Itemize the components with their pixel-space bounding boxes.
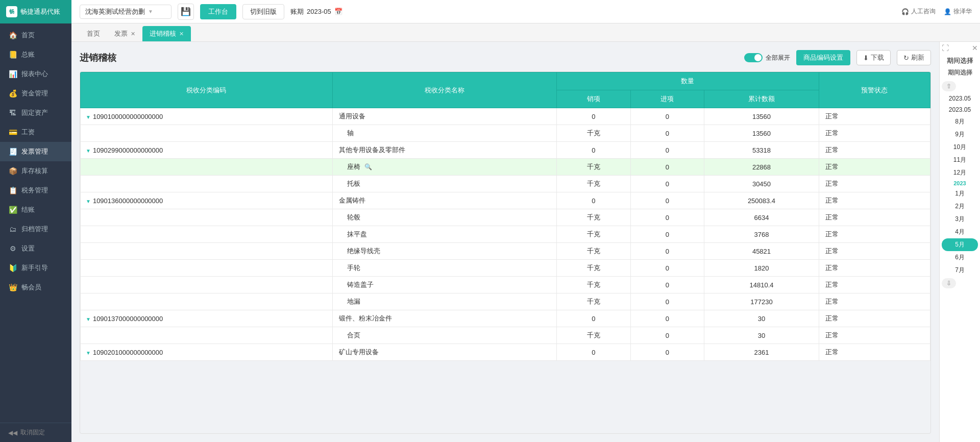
sidebar-item-tax[interactable]: 📋 税务管理 — [0, 181, 71, 200]
table-row[interactable]: ▼1090137000000000000 锻件、粉末冶金件 0 0 30 正常 — [81, 310, 930, 327]
panel-expand-button[interactable]: ⛶ — [942, 44, 949, 52]
table-row[interactable]: 绝缘导线壳 千克 0 45821 正常 — [81, 243, 930, 260]
table-row[interactable]: ▼1090299000000000000 其他专用设备及零部件 0 0 5331… — [81, 142, 930, 159]
cell-code: ▼1090136000000000000 — [81, 192, 333, 209]
cell-sale: 0 — [630, 260, 704, 277]
sidebar-item-settlement[interactable]: ✅ 结账 — [0, 200, 71, 219]
cell-status: 正常 — [819, 327, 930, 344]
cell-sale: 0 — [630, 176, 704, 192]
period-month-item[interactable]: 3月 — [942, 213, 978, 226]
table-row[interactable]: ▼1090201000000000000 矿山专用设备 0 0 2361 正常 — [81, 344, 930, 361]
period-scroll-up-button[interactable]: ⇧ — [942, 81, 956, 91]
cell-total: 3768 — [704, 226, 819, 243]
sidebar-item-archive[interactable]: 🗂 归档管理 — [0, 219, 71, 239]
tab-invoice[interactable]: 发票 ✕ — [107, 26, 142, 41]
cell-status: 正常 — [819, 310, 930, 327]
workspace-button[interactable]: 工作台 — [200, 4, 236, 19]
tab-home[interactable]: 首页 — [80, 26, 107, 41]
table-row[interactable]: 合页 千克 0 30 正常 — [81, 327, 930, 344]
cell-unit: 千克 — [557, 209, 631, 226]
sidebar-item-assets[interactable]: 🏗 固定资产 — [0, 103, 71, 122]
sidebar-item-label: 归档管理 — [21, 225, 48, 234]
save-button[interactable]: 💾 — [178, 4, 194, 20]
download-button[interactable]: ⬇ 下载 — [856, 50, 891, 65]
assets-icon: 🏗 — [8, 109, 17, 117]
sidebar-item-inventory[interactable]: 📦 库存核算 — [0, 161, 71, 181]
sidebar-item-home[interactable]: 🏠 首页 — [0, 26, 71, 45]
cell-code — [81, 277, 333, 293]
period-month-item[interactable]: 9月 — [942, 128, 978, 141]
sidebar-item-salary[interactable]: 💳 工资 — [0, 122, 71, 142]
cell-total: 45821 — [704, 243, 819, 260]
close-tab-invoice[interactable]: ✕ — [131, 31, 135, 37]
cell-unit: 千克 — [557, 159, 631, 176]
tab-invoice-label: 发票 — [114, 29, 128, 38]
col-header-status: 预警状态 — [819, 72, 930, 108]
period-month-item[interactable]: 2023.05 — [942, 93, 978, 104]
cell-unit: 千克 — [557, 260, 631, 277]
period-month-item[interactable]: 11月 — [942, 154, 978, 166]
sidebar-item-invoice[interactable]: 🧾 发票管理 — [0, 142, 71, 161]
table-row[interactable]: 轴 千克 0 13560 正常 — [81, 125, 930, 142]
cell-status: 正常 — [819, 260, 930, 277]
sidebar-item-label: 税务管理 — [21, 186, 48, 195]
switch-version-button[interactable]: 切到旧版 — [242, 4, 284, 19]
table-row[interactable]: 铸造盖子 千克 0 14810.4 正常 — [81, 277, 930, 293]
period-month-item[interactable]: 8月 — [942, 115, 978, 128]
customer-service-button[interactable]: 🎧 人工咨询 — [901, 7, 936, 16]
period-month-item[interactable]: 6月 — [942, 251, 978, 264]
company-selector[interactable]: 沈海英测试经营勿删 ▼ — [80, 5, 172, 19]
table-row[interactable]: 托板 千克 0 30450 正常 — [81, 176, 930, 192]
cell-status: 正常 — [819, 142, 930, 159]
period-month-item[interactable]: 2月 — [942, 200, 978, 213]
sidebar-item-label: 报表中心 — [21, 69, 48, 79]
table-row[interactable]: ▼1090100000000000000 通用设备 0 0 13560 正常 — [81, 108, 930, 125]
table-row[interactable]: 轮毂 千克 0 6634 正常 — [81, 209, 930, 226]
headset-icon: 🎧 — [901, 8, 909, 15]
table-row[interactable]: 座椅🔍 千克 0 22868 正常 — [81, 159, 930, 176]
close-tab-reconcile[interactable]: ✕ — [179, 31, 184, 37]
tab-reconcile[interactable]: 进销稽核 ✕ — [142, 26, 191, 41]
sidebar-item-ledger[interactable]: 📒 总账 — [0, 45, 71, 64]
calendar-icon[interactable]: 📅 — [334, 8, 342, 15]
cell-sale: 0 — [630, 327, 704, 344]
table-row[interactable]: ▼1090136000000000000 金属铸件 0 0 250083.4 正… — [81, 192, 930, 209]
sidebar-item-member[interactable]: 👑 畅会员 — [0, 278, 71, 297]
sidebar-item-reports[interactable]: 📊 报表中心 — [0, 64, 71, 84]
period-month-item[interactable]: 10月 — [942, 141, 978, 154]
user-icon: 👤 — [944, 8, 951, 15]
period-month-item[interactable]: 12月 — [942, 166, 978, 179]
cell-total: 250083.4 — [704, 192, 819, 209]
sidebar-item-label: 发票管理 — [21, 147, 48, 156]
table-row[interactable]: 抹平盘 千克 0 3768 正常 — [81, 226, 930, 243]
table-row[interactable]: 手轮 千克 0 1820 正常 — [81, 260, 930, 277]
sidebar-item-settings[interactable]: ⚙ 设置 — [0, 239, 71, 258]
product-code-button[interactable]: 商品编码设置 — [796, 50, 850, 65]
cell-name: 通用设备 — [332, 108, 556, 125]
period-month-item[interactable]: 4月 — [942, 226, 978, 238]
cell-unit: 千克 — [557, 125, 631, 142]
user-profile[interactable]: 👤 徐泽华 — [944, 7, 972, 16]
data-table-wrapper: 税收分类编码 税收分类名称 数量 预警状态 销项 进项 累计数额 ▼109010 — [80, 71, 931, 434]
sidebar-item-funds[interactable]: 💰 资金管理 — [0, 84, 71, 103]
toggle-track[interactable] — [744, 53, 763, 62]
period-month-item[interactable]: 7月 — [942, 264, 978, 277]
col-header-name: 税收分类名称 — [332, 72, 556, 108]
cell-total: 6634 — [704, 209, 819, 226]
panel-close-button[interactable]: ✕ — [972, 44, 978, 52]
sidebar-unpin-button[interactable]: ◀◀ 取消固定 — [0, 423, 71, 442]
cell-status: 正常 — [819, 344, 930, 361]
period-scroll-down-button[interactable]: ⇩ — [942, 278, 956, 288]
expand-toggle[interactable]: 全部展开 — [744, 53, 790, 62]
cell-name: 抹平盘 — [332, 226, 556, 243]
table-row[interactable]: 地漏 千克 0 177230 正常 — [81, 293, 930, 310]
cell-purchase: 0 — [630, 142, 704, 159]
sidebar-item-guide[interactable]: 🔰 新手引导 — [0, 258, 71, 278]
search-icon[interactable]: 🔍 — [364, 163, 372, 170]
period-month-item[interactable]: 5月 — [942, 238, 978, 251]
page-title: 进销稽核 — [80, 52, 116, 64]
period-list: 期间选择⇧2023.052023.058月9月10月11月12月20231月2月… — [942, 68, 978, 290]
period-month-item[interactable]: 2023.05 — [942, 104, 978, 115]
period-month-item[interactable]: 1月 — [942, 187, 978, 200]
refresh-button[interactable]: ↻ 刷新 — [897, 50, 931, 65]
